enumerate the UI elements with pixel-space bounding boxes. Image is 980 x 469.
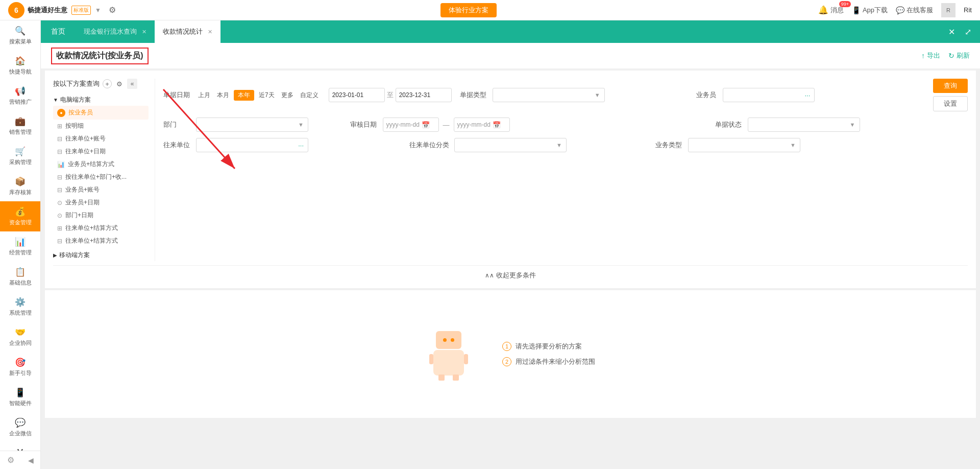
- scheme-item-dept-date[interactable]: ⊙ 部门+日期: [53, 209, 149, 222]
- date-start-input[interactable]: 2023-01-01: [329, 88, 385, 102]
- tab-bank-query-close-icon[interactable]: ✕: [142, 29, 146, 35]
- date-quick-this-year[interactable]: 本年: [234, 90, 254, 101]
- sidebar-item-wechat[interactable]: 💬 企业微信: [0, 412, 40, 442]
- audit-date-end-input[interactable]: yyyy-mm-dd 📅: [454, 118, 510, 132]
- hint-1-text: 请先选择要分析的方案: [516, 342, 582, 351]
- bar-chart-icon: 📊: [57, 161, 65, 168]
- export-button[interactable]: ↑ 导出: [921, 51, 940, 60]
- desktop-scheme-group-header[interactable]: ▼ 电脑端方案: [53, 94, 149, 106]
- sidebar-item-purchase[interactable]: 🛒 采购管理: [0, 141, 40, 171]
- sidebar-item-warehouse[interactable]: 📦 库存核算: [0, 171, 40, 201]
- business-type-select[interactable]: ▼: [688, 138, 800, 152]
- sidebar-collapse-icon[interactable]: ◀: [28, 456, 34, 464]
- sidebar-item-operations[interactable]: 📊 经营管理: [0, 231, 40, 262]
- sidebar-item-search[interactable]: 🔍 搜索菜单: [0, 20, 40, 51]
- scheme-item-unit-settlement-2[interactable]: ⊟ 往来单位+结算方式: [53, 235, 149, 247]
- sidebar-settings-icon[interactable]: ⚙: [7, 455, 14, 465]
- export-icon: ↑: [921, 52, 925, 60]
- scheme-item-by-staff[interactable]: ● 按业务员: [53, 106, 149, 120]
- sidebar-item-marketing[interactable]: 📢 营销推广: [0, 81, 40, 111]
- date-quick-7days[interactable]: 近7天: [257, 90, 277, 101]
- doc-type-dropdown-icon: ▼: [595, 92, 600, 98]
- department-select[interactable]: ▼: [196, 118, 308, 132]
- robot-illustration: [426, 331, 472, 377]
- scheme-item-staff-account[interactable]: ⊟ 业务员+账号: [53, 183, 149, 196]
- calendar-icon-2: 📅: [493, 121, 501, 129]
- sidebar-item-finance[interactable]: 💰 资金管理: [0, 201, 40, 231]
- counterparty-category-dropdown-icon: ▼: [556, 142, 562, 148]
- doc-type-label: 单据类型: [460, 90, 488, 100]
- date-quick-last-month[interactable]: 上月: [196, 90, 212, 101]
- online-service-label: 在线客服: [906, 6, 933, 15]
- counterparty-input[interactable]: ···: [196, 138, 308, 152]
- tab-bar: 首页 现金银行流水查询 ✕ 收款情况统计 ✕ ✕ ⤢: [41, 20, 980, 43]
- scheme-item-unit-dept[interactable]: ⊟ 按往来单位+部门+收...: [53, 171, 149, 183]
- logo-area: 6 畅捷通好生意: [8, 2, 67, 18]
- audit-date-start-input[interactable]: yyyy-mm-dd 📅: [383, 118, 439, 132]
- mobile-scheme-group-header[interactable]: ▶ 移动端方案: [53, 249, 149, 261]
- counterparty-category-select[interactable]: ▼: [454, 138, 567, 152]
- chevron-down-icon: ▼: [53, 97, 58, 103]
- tab-collection-stats[interactable]: 收款情况统计 ✕: [155, 20, 220, 43]
- online-service-btn[interactable]: 💬 在线客服: [896, 6, 933, 15]
- sidebar-item-system[interactable]: ⚙️ 系统管理: [0, 292, 40, 322]
- counterparty-more-icon[interactable]: ···: [298, 142, 304, 149]
- refresh-icon: ↻: [948, 52, 954, 60]
- doc-status-label: 单据状态: [715, 120, 744, 129]
- tab-collection-stats-close-icon[interactable]: ✕: [208, 29, 212, 35]
- grid-icon: ⊞: [57, 123, 62, 130]
- scheme-item-staff-date[interactable]: ⊙ 业务员+日期: [53, 196, 149, 209]
- doc-type-select[interactable]: ▼: [493, 88, 605, 102]
- staff-more-icon[interactable]: ···: [805, 91, 811, 99]
- date-end-input[interactable]: 2023-12-31: [396, 88, 452, 102]
- department-dropdown-icon: ▼: [298, 122, 304, 128]
- scheme-panel-title: 按以下方案查询: [53, 79, 100, 88]
- gear-settings-icon[interactable]: ⚙: [105, 3, 119, 17]
- sidebar: 🔍 搜索菜单 🏠 快捷导航 📢 营销推广 💼 销售管理 🛒 采购管理 📦: [0, 20, 41, 469]
- tab-home[interactable]: 首页: [41, 20, 76, 43]
- query-button[interactable]: 查询: [933, 79, 968, 93]
- empty-state: 1 请先选择要分析的方案 2 用过滤条件来缩小分析范围: [45, 290, 976, 418]
- collapse-more-button[interactable]: ∧∧ 收起更多条件: [53, 265, 968, 280]
- scheme-item-unit-account[interactable]: ⊟ 往来单位+账号: [53, 132, 149, 145]
- counterparty-category-label: 往来单位分类: [409, 140, 450, 150]
- date-quick-custom[interactable]: 自定义: [298, 90, 321, 101]
- collapse-up-icon: ∧∧: [485, 272, 494, 279]
- app-download-btn[interactable]: 📱 App下载: [852, 6, 888, 15]
- scheme-panel: 按以下方案查询 + ⚙ « ▼ 电脑端方案: [53, 79, 155, 261]
- scheme-item-detail[interactable]: ⊞ 按明细: [53, 120, 149, 132]
- scheme-item-staff-payment[interactable]: 📊 业务员+结算方式: [53, 158, 149, 171]
- sidebar-item-enterprise[interactable]: 🤝 企业协同: [0, 322, 40, 352]
- sidebar-item-basic[interactable]: 📋 基础信息: [0, 262, 40, 292]
- staff-label: 业务员: [696, 90, 719, 100]
- empty-hints: 1 请先选择要分析的方案 2 用过滤条件来缩小分析范围: [502, 342, 595, 366]
- staff-select[interactable]: ···: [723, 88, 815, 102]
- date-quick-more[interactable]: 更多: [279, 90, 296, 101]
- doc-status-select[interactable]: ▼: [748, 118, 860, 132]
- scheme-item-unit-date[interactable]: ⊟ 往来单位+日期: [53, 145, 149, 158]
- table-icon-4: ⊟: [57, 186, 62, 194]
- tab-bar-close-icon[interactable]: ✕: [943, 24, 960, 40]
- settings-button[interactable]: 设置: [933, 96, 968, 111]
- hint-num-2: 2: [502, 357, 511, 366]
- grid-icon-2: ⊞: [57, 225, 62, 232]
- sidebar-item-guide[interactable]: 🎯 新手引导: [0, 352, 40, 382]
- user-avatar[interactable]: R: [941, 3, 955, 17]
- sidebar-item-quicknav[interactable]: 🏠 快捷导航: [0, 51, 40, 81]
- scheme-collapse-icon[interactable]: «: [127, 79, 137, 89]
- mobile-scheme-group: ▶ 移动端方案: [53, 249, 149, 261]
- date-quick-this-month[interactable]: 本月: [215, 90, 231, 101]
- refresh-button[interactable]: ↻ 刷新: [948, 51, 970, 60]
- scheme-item-unit-settlement-1[interactable]: ⊞ 往来单位+结算方式: [53, 222, 149, 235]
- trial-button[interactable]: 体验行业方案: [440, 3, 497, 17]
- sidebar-item-hardware[interactable]: 📱 智能硬件: [0, 382, 40, 412]
- scheme-settings-icon[interactable]: ⚙: [115, 79, 124, 88]
- add-scheme-button[interactable]: +: [103, 79, 112, 88]
- sidebar-item-member[interactable]: V 畅会员: [0, 442, 40, 451]
- notifications-btn[interactable]: 🔔 消息 99+: [818, 5, 844, 15]
- tab-bank-query[interactable]: 现金银行流水查询 ✕: [76, 20, 155, 43]
- chevron-right-icon: ▶: [53, 252, 57, 258]
- dropdown-arrow-icon[interactable]: ▼: [95, 7, 101, 14]
- tab-bar-maximize-icon[interactable]: ⤢: [960, 24, 976, 40]
- sidebar-item-sales[interactable]: 💼 销售管理: [0, 111, 40, 141]
